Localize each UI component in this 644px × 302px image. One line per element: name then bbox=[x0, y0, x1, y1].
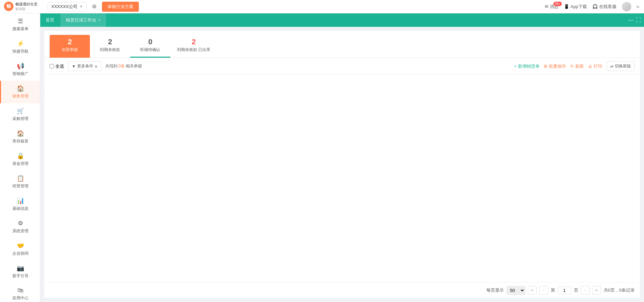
switch-icon: ⇌ bbox=[610, 64, 613, 69]
operations-icon: 📋 bbox=[17, 175, 24, 182]
found-prefix: 共找到 bbox=[105, 64, 117, 68]
tab-active[interactable]: 钱货日清工作台 × bbox=[60, 13, 106, 27]
search-menu-icon: ☰ bbox=[18, 17, 23, 25]
toolbar: 全选 ▼ 更多条件 ∨ 共找到 0条 相关单据 + 新增销货单 bbox=[44, 58, 640, 75]
next-page-button[interactable]: › bbox=[581, 286, 590, 295]
tab-close-icon[interactable]: × bbox=[98, 18, 101, 22]
select-all-label: 全选 bbox=[55, 63, 64, 69]
tab-label-all: 全部单据 bbox=[56, 47, 83, 53]
logo-area: 畅 畅捷通好生意 标准版 bbox=[4, 2, 44, 11]
tab-count-pending: 0 bbox=[137, 38, 164, 46]
found-text: 共找到 0条 相关单据 bbox=[105, 63, 142, 69]
sidebar-label-finance: 资金管理 bbox=[12, 161, 29, 167]
summary-tab-pending[interactable]: 0 旺辅待确认 bbox=[130, 35, 170, 58]
content-area: 首页 钱货日清工作台 × — ⛶ 2 全部单据 2 bbox=[40, 13, 644, 302]
select-all-checkbox[interactable]: 全选 bbox=[50, 63, 64, 69]
batch-label: 批量操作 bbox=[549, 63, 566, 69]
last-page-icon: ≫ bbox=[594, 288, 599, 293]
last-page-button[interactable]: ≫ bbox=[592, 286, 601, 295]
sidebar-item-enterprise[interactable]: 🤝 企业协同 bbox=[0, 238, 40, 260]
print-button[interactable]: 🖨 打印 bbox=[588, 63, 602, 69]
total-records: 共0页，0条记录 bbox=[604, 287, 635, 293]
refresh-button[interactable]: ↻ 刷新 bbox=[570, 63, 584, 69]
sidebar-label-marketing: 营销推广 bbox=[12, 71, 29, 77]
sidebar-label-base-info: 基础信息 bbox=[12, 206, 29, 212]
sidebar-label-system: 系统管理 bbox=[12, 228, 29, 234]
message-icon: ✉ bbox=[545, 4, 548, 9]
sidebar-item-purchase[interactable]: 🛒 采购管理 bbox=[0, 103, 40, 126]
logo-text: 畅捷通好生意 bbox=[15, 2, 38, 6]
sidebar-item-system[interactable]: ⚙ 系统管理 bbox=[0, 216, 40, 238]
sidebar-item-inventory[interactable]: 🏠 库存核算 bbox=[0, 126, 40, 148]
batch-operation-button[interactable]: ⊞ 批量操作 bbox=[544, 63, 566, 69]
message-item[interactable]: ✉ 消息 99+ bbox=[545, 4, 558, 10]
marketing-icon: 📢 bbox=[17, 62, 24, 70]
chevron-icon: ∨ bbox=[95, 64, 98, 69]
summary-tab-shipped[interactable]: 2 到期未收款 已出库 bbox=[170, 35, 217, 58]
online-service-item[interactable]: 🎧 在线客服 bbox=[592, 4, 616, 10]
app-download-icon: 📱 bbox=[564, 4, 569, 9]
tab-minimize-icon[interactable]: — bbox=[628, 17, 633, 23]
first-page-icon: ≪ bbox=[530, 288, 534, 293]
sidebar-item-sales[interactable]: 🏠 销售管理 bbox=[0, 81, 40, 103]
sidebar-item-marketing[interactable]: 📢 营销推广 bbox=[0, 58, 40, 81]
more-conditions-button[interactable]: ▼ 更多条件 ∨ bbox=[68, 61, 101, 71]
app-download-label: App下载 bbox=[571, 4, 587, 10]
trial-button[interactable]: 体验行业方案 bbox=[102, 2, 139, 12]
sidebar-label-guide: 新手引导 bbox=[12, 273, 29, 279]
tab-count-all: 2 bbox=[56, 38, 83, 46]
top-right: ✉ 消息 99+ 📱 App下载 🎧 在线客服 ▶ bbox=[545, 2, 640, 11]
sidebar-label-purchase: 采购管理 bbox=[12, 116, 29, 122]
found-suffix: 相关单据 bbox=[126, 64, 142, 68]
tab-maximize-icon[interactable]: ⛶ bbox=[636, 17, 641, 23]
batch-icon: ⊞ bbox=[544, 64, 547, 69]
tab-home[interactable]: 首页 bbox=[40, 13, 60, 27]
chevron-down-icon: ▼ bbox=[79, 5, 83, 8]
tab-label-shipped: 到期未收款 已出库 bbox=[177, 47, 210, 53]
main-layout: ☰ 搜索菜单 ⚡ 快捷导航 📢 营销推广 🏠 销售管理 🛒 采购管理 🏠 库存核… bbox=[0, 13, 644, 302]
tab-active-label: 钱货日清工作台 bbox=[66, 17, 96, 23]
sidebar-item-guide[interactable]: 📷 新手引导 bbox=[0, 260, 40, 283]
sidebar-item-app-center[interactable]: 🛍 应用中心 bbox=[0, 283, 40, 302]
switch-label: 切换新版 bbox=[615, 63, 631, 69]
sidebar-item-finance[interactable]: 🔒 资金管理 bbox=[0, 148, 40, 171]
page-size-select[interactable]: 50 20 100 bbox=[506, 286, 525, 295]
refresh-label: 刷新 bbox=[575, 63, 584, 69]
tab-label-pending: 旺辅待确认 bbox=[137, 47, 164, 53]
sidebar-label-inventory: 库存核算 bbox=[12, 138, 29, 144]
sidebar-item-operations[interactable]: 📋 经营管理 bbox=[0, 171, 40, 193]
summary-tab-overdue[interactable]: 2 到期未收款 bbox=[90, 35, 130, 58]
switch-version-button[interactable]: ⇌ 切换新版 bbox=[606, 61, 635, 71]
tab-count-shipped: 2 bbox=[177, 38, 210, 46]
system-icon: ⚙ bbox=[18, 220, 23, 227]
prev-page-button[interactable]: ‹ bbox=[539, 286, 548, 295]
per-page-label: 每页显示 bbox=[486, 287, 504, 293]
tab-actions: — ⛶ bbox=[628, 17, 644, 23]
user-name[interactable]: ▶ bbox=[637, 4, 640, 9]
more-conditions-label: 更多条件 bbox=[77, 63, 93, 69]
company-selector[interactable]: XXXXXX公司 ▼ bbox=[48, 2, 87, 11]
tab-count-overdue: 2 bbox=[97, 38, 123, 46]
page-inner: 2 全部单据 2 到期未收款 0 旺辅待确认 2 到期未收款 已出库 bbox=[44, 31, 640, 298]
checkbox-input[interactable] bbox=[50, 64, 54, 68]
summary-tabs: 2 全部单据 2 到期未收款 0 旺辅待确认 2 到期未收款 已出库 bbox=[44, 31, 640, 58]
avatar-placeholder bbox=[622, 2, 631, 11]
sidebar-label-quick-nav: 快捷导航 bbox=[12, 49, 29, 54]
online-service-label: 在线客服 bbox=[599, 4, 616, 10]
page-number-input[interactable] bbox=[558, 287, 571, 294]
enterprise-icon: 🤝 bbox=[17, 242, 24, 249]
print-label: 打印 bbox=[594, 63, 602, 69]
quick-nav-icon: ⚡ bbox=[17, 40, 24, 47]
add-sales-order-button[interactable]: + 新增销货单 bbox=[514, 63, 540, 69]
sidebar-item-base-info[interactable]: 📊 基础信息 bbox=[0, 193, 40, 216]
avatar[interactable] bbox=[622, 2, 631, 11]
refresh-icon: ↻ bbox=[570, 64, 574, 69]
sidebar-item-search-menu[interactable]: ☰ 搜索菜单 bbox=[0, 13, 40, 36]
settings-icon[interactable]: ⚙ bbox=[89, 2, 99, 12]
app-download-item[interactable]: 📱 App下载 bbox=[564, 4, 587, 10]
summary-tab-all[interactable]: 2 全部单据 bbox=[50, 35, 90, 58]
base-info-icon: 📊 bbox=[17, 197, 24, 204]
first-page-button[interactable]: ≪ bbox=[528, 286, 537, 295]
sidebar-item-quick-nav[interactable]: ⚡ 快捷导航 bbox=[0, 36, 40, 58]
sidebar-label-enterprise: 企业协同 bbox=[12, 251, 29, 256]
